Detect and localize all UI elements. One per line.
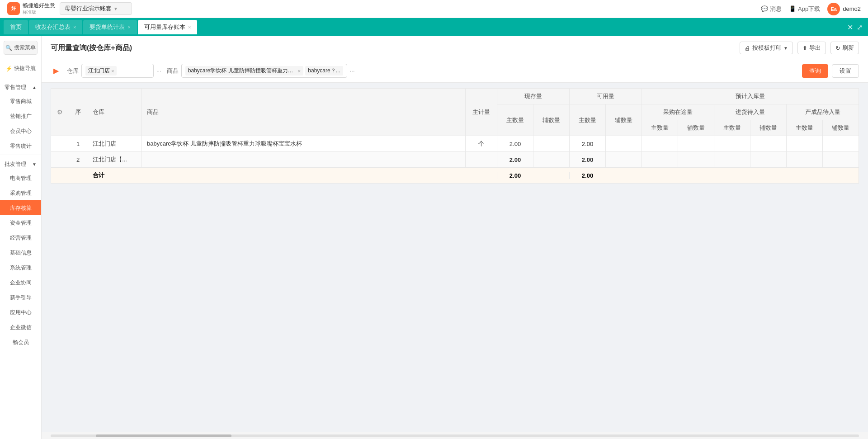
template-print-button[interactable]: 🖨 按模板打印 ▼ xyxy=(740,42,793,54)
tab-available-close[interactable]: × xyxy=(188,24,191,30)
inb-aux-header: 辅数量 xyxy=(750,120,787,136)
expand-icon: ▶ xyxy=(53,66,59,75)
product-more-icon[interactable]: ··· xyxy=(350,67,355,74)
quick-nav-label: 快捷导航 xyxy=(14,65,36,72)
warehouse-more-icon[interactable]: ··· xyxy=(156,67,161,74)
sidebar-item-finance[interactable]: 资金管理 xyxy=(0,215,41,230)
tab-home[interactable]: 首页 xyxy=(4,20,28,34)
sidebar-item-enterprise[interactable]: 企业协同 xyxy=(0,274,41,289)
sidebar-item-marketing[interactable]: 营销推广 xyxy=(0,108,41,123)
tab-expand-icon[interactable]: ⤢ xyxy=(857,23,863,32)
tab-collect[interactable]: 收发存汇总表 × xyxy=(29,20,82,34)
sidebar-item-app-center[interactable]: 应用中心 xyxy=(0,304,41,319)
avatar-initials: Ea xyxy=(831,6,837,12)
sidebar-item-quick-nav[interactable]: ⚡ 快捷导航 xyxy=(0,61,41,76)
avail-main-qty-header: 主数量 xyxy=(570,104,606,136)
refresh-button[interactable]: ↻ 刷新 xyxy=(830,42,859,54)
prod-aux-label: 辅数量 xyxy=(832,124,849,131)
pur-main-label: 主数量 xyxy=(651,124,669,131)
page-title: 可用量查询(按仓库+商品) xyxy=(51,43,132,53)
warehouse-tag-text: 江北门店 xyxy=(88,67,110,75)
tab-order-close[interactable]: × xyxy=(127,24,130,30)
sidebar-item-retail-mall[interactable]: 零售商城 xyxy=(0,93,41,108)
stock-main-qty-header: 主数量 xyxy=(497,104,533,136)
row2-avail-main: 2.00 xyxy=(570,152,606,168)
row2-inb-main xyxy=(714,152,750,168)
sidebar-item-retail-mgmt[interactable]: 零售管理 ▲ xyxy=(0,80,41,93)
sidebar-item-wholesale-mgmt[interactable]: 批发管理 ▼ xyxy=(0,157,41,170)
product-pending-label: 产成品待入量 xyxy=(805,109,840,115)
search-menu-label: 搜索菜单 xyxy=(14,44,36,52)
product-tag-1-remove[interactable]: × xyxy=(298,68,301,74)
sidebar-item-operations[interactable]: 经营管理 xyxy=(0,230,41,245)
operations-label: 经营管理 xyxy=(10,234,32,242)
inb-main-header: 主数量 xyxy=(714,120,750,136)
row1-prod-main xyxy=(787,136,823,152)
content-area: 可用量查询(按仓库+商品) 🖨 按模板打印 ▼ ⬆ 导出 ↻ 刷新 xyxy=(42,36,868,439)
tab-available-label: 可用量库存账本 xyxy=(144,23,185,31)
message-button[interactable]: 💬 消息 xyxy=(761,5,782,13)
sidebar-item-new-guide[interactable]: 新手引导 xyxy=(0,289,41,304)
available-label: 可用量 xyxy=(597,93,614,99)
sidebar-item-ecommerce[interactable]: 电商管理 xyxy=(0,170,41,185)
available-group-header: 可用量 xyxy=(570,89,642,104)
user-name: demo2 xyxy=(843,5,861,12)
warehouse-filter-group: 仓库 江北门店 × ··· xyxy=(67,64,161,78)
enterprise-wechat-label: 企业微信 xyxy=(10,324,32,331)
export-button[interactable]: ⬆ 导出 xyxy=(797,42,826,54)
product-filter-input[interactable]: babycare学饮杯 儿童防摔防撞吸管杯重力球吸嘴杯宝宝水杯 × babyca… xyxy=(181,64,347,78)
row2-avail-aux xyxy=(606,152,642,168)
industry-selector[interactable]: 母婴行业演示账套 ▼ xyxy=(60,2,132,15)
row2-no: 2 xyxy=(69,152,87,168)
chevron-down-icon: ▼ xyxy=(783,46,788,51)
product-column-header: 商品 xyxy=(142,89,466,136)
row1-inb-main xyxy=(714,136,750,152)
pur-aux-label: 辅数量 xyxy=(687,124,705,131)
expand-filter-button[interactable]: ▶ xyxy=(51,66,61,76)
row1-stock-main: 2.00 xyxy=(497,136,533,152)
app-download-button[interactable]: 📱 App下载 xyxy=(789,5,820,13)
product-label: 商品 xyxy=(147,109,159,115)
sidebar-item-purchase[interactable]: 采购管理 xyxy=(0,185,41,200)
inventory-label: 库存核算 xyxy=(10,204,32,212)
sidebar-item-retail-stats[interactable]: 零售统计 xyxy=(0,138,41,153)
row1-settings xyxy=(51,136,69,152)
retail-stats-label: 零售统计 xyxy=(10,142,32,150)
wholesale-mgmt-arrow: ▼ xyxy=(32,162,37,167)
purchase-label: 采购管理 xyxy=(10,189,32,197)
warehouse-filter-input[interactable]: 江北门店 × xyxy=(81,64,154,78)
sidebar-section: 零售管理 ▲ 零售商城 营销推广 会员中心 零售统计 xyxy=(0,78,41,155)
table-row: 2 江北门店【... 2.00 2.00 xyxy=(51,152,859,168)
warehouse-tag-remove[interactable]: × xyxy=(111,68,114,74)
scroll-thumb[interactable] xyxy=(96,434,231,437)
user-area[interactable]: Ea demo2 xyxy=(827,3,861,15)
row1-product: babycare学饮杯 儿童防摔防撞吸管杯重力球吸嘴杯宝宝水杯 xyxy=(142,136,466,152)
warehouse-tag-1: 江北门店 × xyxy=(85,66,117,76)
marketing-label: 营销推广 xyxy=(10,113,32,120)
summary-stock-main: 2.00 xyxy=(497,172,533,179)
download-icon: 📱 xyxy=(789,5,796,12)
query-button[interactable]: 查询 xyxy=(802,64,828,78)
sidebar-item-system[interactable]: 系统管理 xyxy=(0,260,41,274)
row1-pur-aux xyxy=(678,136,714,152)
tab-available[interactable]: 可用量库存账本 × xyxy=(138,20,197,34)
sidebar-item-basic-info[interactable]: 基础信息 xyxy=(0,245,41,260)
product-tag-2-text: babycare？... xyxy=(308,67,340,75)
tab-collect-close[interactable]: × xyxy=(73,24,76,30)
chevron-down-icon: ▼ xyxy=(113,6,118,11)
horizontal-scrollbar[interactable] xyxy=(51,434,859,437)
sidebar-item-inventory[interactable]: 库存核算 xyxy=(0,200,41,215)
sidebar-item-enterprise-wechat[interactable]: 企业微信 xyxy=(0,319,41,334)
top-bar-left: 好 畅捷通好生意 标准版 母婴行业演示账套 ▼ xyxy=(7,2,132,15)
sidebar-item-member[interactable]: 会员中心 xyxy=(0,123,41,138)
tab-order[interactable]: 要货单统计表 × xyxy=(83,20,137,34)
table-settings-icon[interactable]: ⚙ xyxy=(57,109,63,116)
tab-close-all-icon[interactable]: ✕ xyxy=(847,23,853,32)
inbound-pending-header: 进货待入量 xyxy=(714,104,787,120)
product-tag-2: babycare？... xyxy=(305,66,343,76)
table-area: ⚙ 序 仓库 商品 主计量 xyxy=(42,83,868,432)
filter-bar: ▶ 仓库 江北门店 × ··· 商品 babycare学饮杯 儿童防摔防撞吸管杯… xyxy=(42,59,868,83)
sidebar-item-vip[interactable]: 畅会员 xyxy=(0,334,41,349)
settings-button[interactable]: 设置 xyxy=(832,64,859,78)
search-menu-button[interactable]: 🔍 搜索菜单 xyxy=(4,41,38,55)
